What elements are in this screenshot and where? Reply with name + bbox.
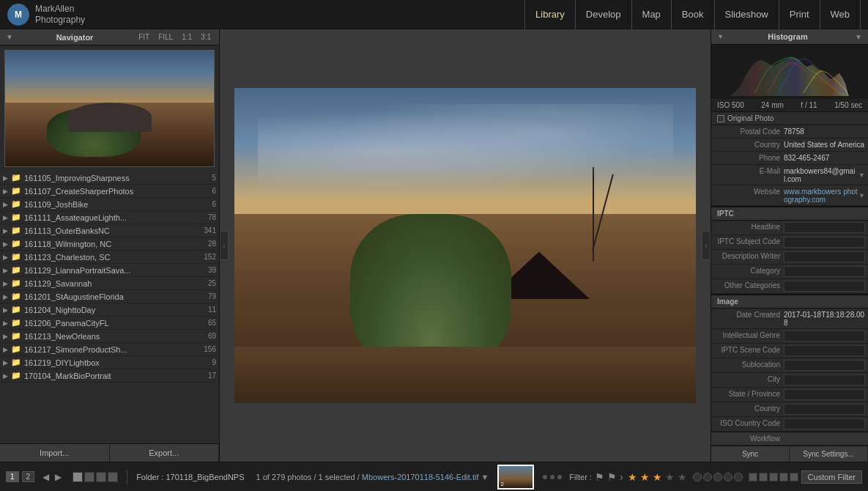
view-icon-3[interactable] [769, 473, 778, 481]
star-3[interactable]: ★ [653, 471, 662, 483]
folder-item[interactable]: ▶ 📁 161213_NewOrleans 69 [0, 330, 219, 343]
logo-text: MarkAllen Photography [35, 4, 85, 25]
compare-view-icon[interactable] [96, 472, 106, 482]
histogram-collapse-arrow[interactable]: ▼ [717, 33, 724, 40]
iptc-subject-input[interactable] [784, 237, 865, 248]
scroll-dot-3 [557, 475, 562, 479]
histogram-expand[interactable]: ▼ [855, 33, 862, 41]
custom-filter-button[interactable]: Custom Filter [801, 470, 862, 484]
iptc-scene-input[interactable] [784, 345, 865, 356]
folder-item[interactable]: ▶ 📁 161107_CreateSharperPhotos 6 [0, 185, 219, 198]
folder-name: 161206_PanamaCityFL [24, 319, 208, 328]
filter-flag-on[interactable]: ⚑ [607, 471, 617, 483]
color-label-2[interactable] [703, 473, 712, 481]
right-panel-collapse[interactable]: › [702, 231, 711, 260]
color-label-5[interactable] [734, 473, 743, 481]
folder-item[interactable]: ▶ 📁 161204_NighttoDay 11 [0, 303, 219, 317]
phone-row: Phone 832-465-2467 [711, 152, 868, 165]
star-1[interactable]: ★ [628, 471, 637, 483]
date-created-value: 2017-01-18T18:18:28.008 [784, 310, 865, 327]
loupe-view-icon[interactable] [84, 472, 94, 482]
folder-item[interactable]: ▶ 📁 161219_DIYLightbox 9 [0, 356, 219, 369]
headline-input[interactable] [784, 222, 865, 233]
city-input[interactable] [784, 374, 865, 385]
folder-item[interactable]: ▶ 📁 161105_ImprovingSharpness 5 [0, 171, 219, 185]
intellectual-genre-input[interactable] [784, 331, 865, 342]
nav-slideshow[interactable]: Slideshow [715, 0, 779, 29]
sublocation-input[interactable] [784, 360, 865, 371]
nav-print[interactable]: Print [779, 0, 820, 29]
navigator-collapse-arrow[interactable]: ▼ [6, 33, 13, 41]
star-5[interactable]: ★ [678, 471, 687, 483]
folder-item[interactable]: ▶ 📁 161129_Savannah 25 [0, 277, 219, 290]
left-panel-collapse[interactable]: ‹ [220, 231, 229, 260]
page-2-indicator[interactable]: 2 [22, 471, 35, 482]
grid-view-icon[interactable] [73, 472, 83, 482]
desc-writer-input[interactable] [784, 251, 865, 262]
color-label-1[interactable] [693, 473, 702, 481]
star-2[interactable]: ★ [640, 471, 650, 483]
folder-item[interactable]: ▶ 📁 161129_LiannaPortraitSava... 39 [0, 264, 219, 277]
next-arrow[interactable]: ▶ [53, 472, 64, 482]
nav-fill[interactable]: FILL [156, 32, 175, 42]
star-4[interactable]: ★ [665, 471, 675, 483]
folder-expand-arrow: ▶ [3, 174, 8, 182]
iso-value: ISO 500 [717, 101, 744, 109]
original-photo-checkbox[interactable] [717, 115, 724, 122]
view-icon-4[interactable] [779, 473, 788, 481]
filter-arrow[interactable]: › [620, 471, 623, 483]
nav-1to1[interactable]: 1:1 [179, 32, 194, 42]
nav-develop[interactable]: Develop [576, 0, 632, 29]
export-button[interactable]: Export... [110, 444, 220, 462]
iso-country-input[interactable] [784, 418, 865, 429]
color-label-4[interactable] [724, 473, 732, 481]
folder-item[interactable]: ▶ 📁 161217_SimoneProductSh... 156 [0, 343, 219, 356]
prev-arrow[interactable]: ◀ [40, 472, 51, 482]
view-mode-icons [73, 472, 118, 482]
sync-button[interactable]: Sync [711, 446, 790, 462]
view-icon-1[interactable] [749, 473, 757, 481]
main-image-container[interactable] [234, 88, 696, 403]
page-indicators: 1 2 [6, 471, 34, 482]
folder-item[interactable]: ▶ 📁 161109_JoshBike 6 [0, 198, 219, 211]
top-navigation: M MarkAllen Photography Library Develop … [0, 0, 868, 29]
filmstrip-thumb-1[interactable]: 2 [497, 465, 534, 490]
website-expand-icon[interactable]: ▼ [858, 192, 865, 199]
city-row: City [711, 373, 868, 388]
nav-library[interactable]: Library [524, 0, 576, 29]
folder-item[interactable]: ▶ 📁 161206_PanamaCityFL 65 [0, 317, 219, 330]
survey-view-icon[interactable] [108, 472, 118, 482]
folder-item[interactable]: ▶ 📁 161201_StAugustineFlorida 79 [0, 290, 219, 303]
folder-icon: 📁 [11, 331, 21, 341]
folder-name: 161201_StAugustineFlorida [24, 292, 208, 301]
other-categories-input[interactable] [784, 281, 865, 292]
nav-web[interactable]: Web [820, 0, 861, 29]
nav-3to1[interactable]: 3:1 [199, 32, 213, 42]
import-button[interactable]: Import... [0, 444, 110, 462]
nav-map[interactable]: Map [632, 0, 672, 29]
folder-item[interactable]: ▶ 📁 170104_MarkBioPortrait 17 [0, 369, 219, 383]
folder-item[interactable]: ▶ 📁 161123_Charleston, SC 152 [0, 251, 219, 264]
nav-image-preview[interactable] [4, 50, 215, 167]
folder-item[interactable]: ▶ 📁 161113_OuterBanksNC 341 [0, 224, 219, 237]
view-icon-2[interactable] [759, 473, 768, 481]
view-icon-5[interactable] [790, 473, 798, 481]
email-value: markbowers84@gmail.com [784, 166, 858, 183]
country2-input[interactable] [784, 404, 865, 415]
histogram-header: ▼ Histogram ▼ [711, 29, 868, 45]
state-province-input[interactable] [784, 389, 865, 400]
filter-flag-off[interactable]: ⚑ [595, 471, 604, 483]
folder-name: 170104_MarkBioPortrait [24, 372, 208, 380]
nav-fit[interactable]: FIT [136, 32, 152, 42]
nav-book[interactable]: Book [672, 0, 715, 29]
logo-area: M MarkAllen Photography [7, 4, 85, 26]
category-input[interactable] [784, 266, 865, 277]
color-label-3[interactable] [713, 473, 722, 481]
website-value[interactable]: www.markbowers photography.com [784, 187, 858, 204]
folder-item[interactable]: ▶ 📁 161118_Wilmington, NC 28 [0, 237, 219, 251]
sync-settings-button[interactable]: Sync Settings... [790, 446, 868, 462]
main-photo[interactable] [234, 88, 696, 403]
folder-item[interactable]: ▶ 📁 161111_AssateagueLighth... 78 [0, 211, 219, 224]
page-1-indicator[interactable]: 1 [6, 471, 19, 482]
email-expand-icon[interactable]: ▼ [858, 171, 865, 179]
